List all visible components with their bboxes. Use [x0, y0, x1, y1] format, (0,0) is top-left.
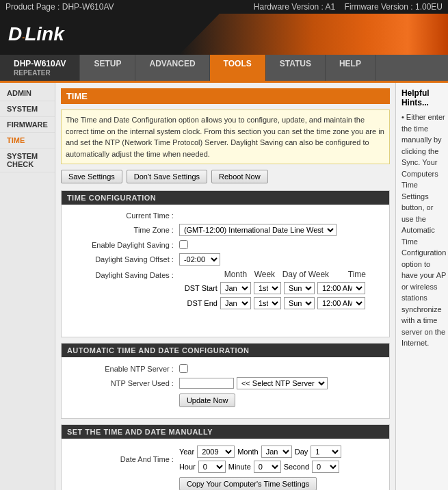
help-panel: Helpful Hints... • Either enter the time… [395, 83, 448, 490]
current-time-row: Current Time : [70, 211, 381, 220]
content-area: TIME The Time and Date Configuration opt… [55, 83, 395, 490]
timezone-select[interactable]: (GMT-12:00) International Date Line West [179, 224, 337, 236]
dst-offset-row: Daylight Saving Offset : -02:00 [70, 253, 381, 266]
hour-select[interactable]: 0 [198, 461, 226, 473]
col-header-dow: Day of Week [278, 270, 333, 279]
page-title: TIME [61, 88, 390, 104]
update-now-button[interactable]: Update Now [179, 394, 236, 407]
dst-offset-select[interactable]: -02:00 [179, 253, 220, 266]
dst-end-month[interactable]: Jan [220, 297, 251, 309]
month-select[interactable]: Jan [261, 446, 292, 458]
copy-time-button[interactable]: Copy Your Computer's Time Settings [179, 477, 317, 490]
dont-save-button-top[interactable]: Don't Save Settings [127, 170, 207, 183]
dst-dates-row: Daylight Saving Dates : Month Week Day o… [70, 270, 381, 312]
hour-label: Hour [179, 463, 196, 471]
help-title: Helpful Hints... [401, 88, 446, 107]
minute-label: Minute [228, 463, 251, 471]
time-config-title: TIME CONFIGURATION [62, 191, 389, 205]
ntp-server-select[interactable]: << Select NTP Server [237, 377, 328, 389]
sidebar-item-system[interactable]: SYSTEM [0, 101, 55, 117]
dst-start-month[interactable]: Jan [220, 282, 251, 294]
col-header-month: Month [220, 270, 251, 279]
dst-offset-label: Daylight Saving Offset : [70, 255, 179, 263]
header-bar: Product Page : DHP-W610AV Hardware Versi… [0, 0, 448, 14]
manual-config-body: Date And Time : Year 2009 Month Jan Day [62, 439, 389, 490]
main-layout: ADMIN SYSTEM FIRMWARE TIME SYSTEM CHECK … [0, 83, 448, 490]
enable-ntp-checkbox[interactable] [179, 364, 188, 373]
sidebar-item-firmware[interactable]: FIRMWARE [0, 117, 55, 133]
dst-end-time[interactable]: 12:00 AM [317, 297, 365, 309]
help-text: • Either enter the time manually by clic… [401, 112, 446, 349]
timezone-label: Time Zone : [70, 226, 179, 234]
sidebar-item-time[interactable]: TIME [0, 133, 55, 149]
ntp-input-row: << Select NTP Server [179, 377, 328, 389]
dst-dates-label: Daylight Saving Dates : [70, 270, 179, 279]
nav-tabs: DHP-W610AV Repeater SETUP ADVANCED TOOLS… [0, 55, 448, 83]
ntp-server-label: NTP Server Used : [70, 379, 179, 387]
logo-area: D-Link [0, 14, 448, 55]
version-info: Hardware Version : A1 Firmware Version :… [254, 2, 443, 12]
second-select[interactable]: 0 [312, 461, 339, 473]
tab-setup[interactable]: SETUP [80, 55, 135, 81]
reboot-button-top[interactable]: Reboot Now [211, 170, 268, 183]
tab-status[interactable]: STATUS [266, 55, 326, 81]
enable-dst-label: Enable Daylight Saving : [70, 241, 179, 249]
top-button-row: Save Settings Don't Save Settings Reboot… [61, 170, 390, 183]
month-label: Month [237, 448, 259, 456]
current-time-label: Current Time : [70, 211, 179, 220]
col-header-week: Week [251, 270, 278, 279]
datetime-controls: Year 2009 Month Jan Day 1 [179, 446, 341, 473]
dst-end-week[interactable]: 1st [254, 297, 281, 309]
info-text: The Time and Date Configuration option a… [61, 109, 390, 164]
day-select[interactable]: 1 [311, 446, 341, 458]
product-label: Product Page : DHP-W610AV [5, 2, 114, 12]
manual-config-title: SET THE TIME AND DATE MANUALLY [62, 425, 389, 439]
sidebar: ADMIN SYSTEM FIRMWARE TIME SYSTEM CHECK [0, 83, 55, 490]
dst-dates-container: Month Week Day of Week Time DST Start Ja… [179, 270, 381, 312]
tab-help[interactable]: HELP [326, 55, 375, 81]
device-tab[interactable]: DHP-W610AV Repeater [0, 55, 80, 81]
sidebar-item-system-check[interactable]: SYSTEM CHECK [0, 149, 55, 172]
logo: D-Link [8, 23, 64, 45]
sidebar-item-admin[interactable]: ADMIN [0, 86, 55, 101]
save-settings-button-top[interactable]: Save Settings [61, 170, 122, 183]
datetime-label: Date And Time : [70, 455, 179, 463]
dst-start-label: DST Start [179, 284, 218, 292]
ntp-config-body: Enable NTP Server : NTP Server Used : <<… [62, 357, 389, 418]
manual-config-section: SET THE TIME AND DATE MANUALLY Date And … [61, 424, 390, 490]
ntp-config-section: AUTOMATIC TIME AND DATE CONFIGURATION En… [61, 343, 390, 419]
enable-dst-checkbox[interactable] [179, 240, 188, 249]
dst-end-dow[interactable]: Sun [284, 297, 315, 309]
dst-start-dow[interactable]: Sun [284, 282, 315, 294]
minute-select[interactable]: 0 [254, 461, 281, 473]
tab-advanced[interactable]: ADVANCED [135, 55, 209, 81]
dst-start-time[interactable]: 12:00 AM [317, 282, 365, 294]
enable-ntp-label: Enable NTP Server : [70, 365, 179, 373]
year-label: Year [179, 448, 194, 456]
timezone-row: Time Zone : (GMT-12:00) International Da… [70, 224, 381, 236]
ntp-server-row: NTP Server Used : << Select NTP Server [70, 377, 381, 389]
time-config-section: TIME CONFIGURATION Current Time : Time Z… [61, 190, 390, 337]
year-select[interactable]: 2009 [197, 446, 235, 458]
second-label: Second [284, 463, 309, 471]
col-header-time: Time [333, 270, 381, 279]
dst-start-week[interactable]: 1st [254, 282, 281, 294]
enable-ntp-row: Enable NTP Server : [70, 364, 381, 373]
ntp-server-input[interactable] [179, 378, 234, 389]
dst-end-label: DST End [179, 299, 218, 307]
tab-tools[interactable]: TOOLS [210, 55, 266, 81]
ntp-config-title: AUTOMATIC TIME AND DATE CONFIGURATION [62, 344, 389, 357]
update-now-row: Update Now [70, 394, 381, 407]
copy-time-row: Copy Your Computer's Time Settings [70, 477, 381, 490]
day-label: Day [295, 448, 308, 456]
datetime-row: Date And Time : Year 2009 Month Jan Day [70, 446, 381, 473]
enable-dst-row: Enable Daylight Saving : [70, 240, 381, 249]
time-config-body: Current Time : Time Zone : (GMT-12:00) I… [62, 205, 389, 337]
